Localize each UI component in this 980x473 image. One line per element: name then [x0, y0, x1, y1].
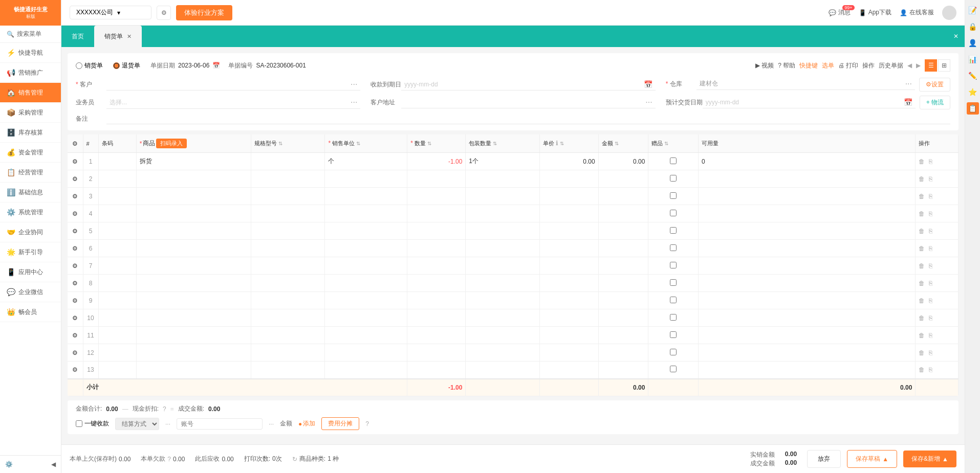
row-product[interactable]: [136, 275, 251, 292]
row-settings[interactable]: ⚙: [68, 344, 83, 362]
row-product[interactable]: [136, 205, 251, 222]
row-qty[interactable]: [407, 292, 466, 309]
delivery-input[interactable]: yyyy-mm-dd 📅: [703, 97, 916, 108]
row-pkg-qty[interactable]: [466, 275, 539, 292]
row-gift[interactable]: [648, 257, 699, 275]
row-spec[interactable]: [251, 240, 324, 257]
row-product[interactable]: [136, 362, 251, 379]
row-pkg-qty[interactable]: [466, 240, 539, 257]
row-unit-price[interactable]: [539, 257, 598, 275]
sidebar-item-inventory[interactable]: 🗄️ 库存核算: [0, 123, 61, 143]
message-button[interactable]: 💬 消息 99+: [829, 8, 851, 17]
row-gift[interactable]: [648, 188, 699, 205]
row-settings[interactable]: ⚙: [68, 309, 83, 327]
row-unit-price[interactable]: [539, 292, 598, 309]
row-barcode[interactable]: [98, 327, 136, 344]
row-spec[interactable]: [251, 257, 324, 275]
th-settings[interactable]: ⚙: [68, 134, 83, 153]
row-spec[interactable]: [251, 327, 324, 344]
copy-icon[interactable]: ⎘: [929, 366, 932, 373]
row-pkg-qty[interactable]: [466, 309, 539, 327]
save-draft-button[interactable]: 保存草稿 ▲: [847, 450, 897, 468]
row-spec[interactable]: [251, 222, 324, 240]
row-qty[interactable]: [407, 344, 466, 362]
row-pkg-qty[interactable]: [466, 188, 539, 205]
panel-btn-2[interactable]: 🔒: [967, 20, 979, 33]
add-payment-btn[interactable]: ● 添加: [298, 419, 315, 428]
gift-checkbox[interactable]: [670, 349, 677, 355]
sidebar-item-purchase[interactable]: 📦 采购管理: [0, 103, 61, 123]
delivery-calendar-icon[interactable]: 📅: [904, 98, 912, 106]
sidebar-item-wechat[interactable]: 💬 企业微信: [0, 282, 61, 302]
copy-icon[interactable]: ⎘: [929, 175, 932, 183]
row-unit-price[interactable]: 0.00: [539, 153, 598, 170]
payment-method-select[interactable]: 结算方式: [115, 418, 159, 430]
row-barcode[interactable]: [98, 292, 136, 309]
panel-btn-7[interactable]: 📋: [967, 102, 979, 115]
row-amount[interactable]: 0.00: [598, 153, 648, 170]
row-unit[interactable]: [325, 344, 407, 362]
row-product[interactable]: [136, 344, 251, 362]
delete-icon[interactable]: 🗑: [919, 297, 925, 304]
video-btn[interactable]: ▶ 视频: [755, 61, 774, 70]
row-amount[interactable]: [598, 222, 648, 240]
settings-button[interactable]: ⚙设置: [919, 78, 950, 92]
row-product[interactable]: [136, 327, 251, 344]
row-pkg-qty[interactable]: [466, 362, 539, 379]
radio-sales[interactable]: 销货单: [76, 61, 103, 70]
row-barcode[interactable]: [98, 205, 136, 222]
row-pkg-qty[interactable]: [466, 344, 539, 362]
row-spec[interactable]: [251, 170, 324, 188]
row-settings[interactable]: ⚙: [68, 188, 83, 205]
delete-icon[interactable]: 🗑: [919, 262, 925, 269]
row-product[interactable]: [136, 222, 251, 240]
sidebar-item-basics[interactable]: ℹ️ 基础信息: [0, 183, 61, 202]
tab-close-all[interactable]: ✕: [953, 33, 965, 40]
row-qty[interactable]: [407, 240, 466, 257]
sidebar-item-sales[interactable]: 🏠 销售管理: [0, 83, 61, 103]
row-unit[interactable]: [325, 362, 407, 379]
one-click-checkbox[interactable]: 一键收款: [76, 419, 109, 428]
warehouse-input[interactable]: 建材仓 ···: [696, 78, 915, 90]
panel-btn-4[interactable]: 📊: [967, 53, 979, 65]
tab-sales-order[interactable]: 销货单 ✕: [94, 26, 142, 47]
print-btn[interactable]: 🖨 打印: [838, 61, 858, 70]
row-barcode[interactable]: [98, 309, 136, 327]
row-barcode[interactable]: [98, 222, 136, 240]
radio-sales-input[interactable]: [76, 62, 82, 69]
row-spec[interactable]: [251, 344, 324, 362]
payment-calendar-icon[interactable]: 📅: [644, 80, 652, 88]
row-gift[interactable]: [648, 275, 699, 292]
settings-icon[interactable]: ⚙️: [5, 461, 13, 468]
row-qty[interactable]: [407, 188, 466, 205]
row-amount[interactable]: [598, 309, 648, 327]
operations-btn[interactable]: 操作: [862, 61, 875, 70]
row-qty[interactable]: [407, 327, 466, 344]
gift-checkbox[interactable]: [670, 227, 677, 234]
delete-icon[interactable]: 🗑: [919, 193, 925, 200]
fee-split-btn[interactable]: 费用分摊: [321, 417, 359, 430]
row-qty[interactable]: [407, 275, 466, 292]
scan-button[interactable]: 扫码录入: [156, 139, 187, 148]
row-barcode[interactable]: [98, 188, 136, 205]
row-unit[interactable]: [325, 222, 407, 240]
one-click-input[interactable]: [76, 420, 82, 427]
row-unit[interactable]: [325, 205, 407, 222]
row-barcode[interactable]: [98, 362, 136, 379]
row-amount[interactable]: [598, 362, 648, 379]
fee-help-icon[interactable]: ?: [365, 420, 369, 427]
delete-icon[interactable]: 🗑: [919, 280, 925, 287]
sidebar-item-finance[interactable]: 💰 资金管理: [0, 143, 61, 163]
row-spec[interactable]: [251, 275, 324, 292]
sidebar-item-member[interactable]: 👑 畅会员: [0, 302, 61, 322]
row-qty[interactable]: [407, 257, 466, 275]
row-gift[interactable]: [648, 362, 699, 379]
trial-button[interactable]: 体验行业方案: [176, 5, 232, 20]
row-pkg-qty[interactable]: [466, 292, 539, 309]
help-btn[interactable]: ? 帮助: [778, 61, 795, 70]
sidebar-item-app-center[interactable]: 📱 应用中心: [0, 262, 61, 282]
gift-checkbox[interactable]: [670, 244, 677, 251]
row-barcode[interactable]: [98, 170, 136, 188]
sidebar-item-system[interactable]: ⚙️ 系统管理: [0, 202, 61, 222]
row-amount[interactable]: [598, 188, 648, 205]
